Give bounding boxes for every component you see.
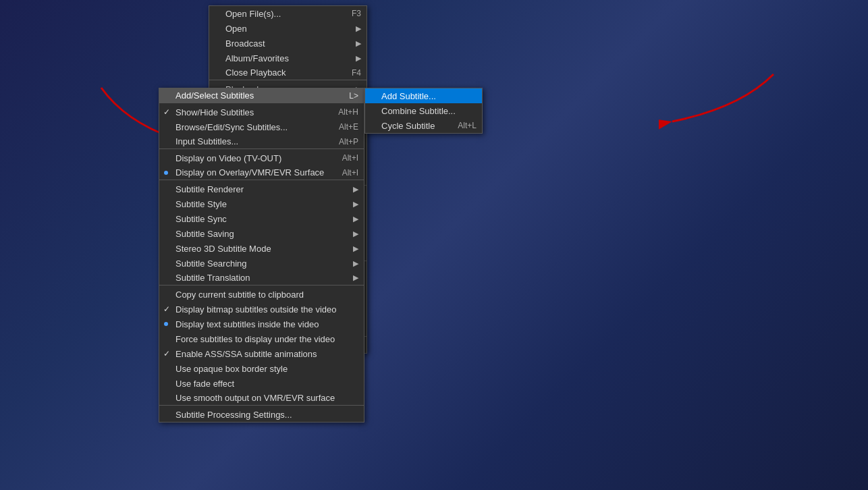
submenu-item-show-hide[interactable]: ✓ Show/Hide Subtitles Alt+H: [159, 105, 364, 119]
submenu-arrow: ▶: [353, 273, 358, 282]
addselect-item-cycle-subtitle[interactable]: Cycle Subtitle Alt+L: [365, 118, 482, 133]
check-icon: ✓: [163, 349, 170, 358]
submenu-item-display-on-video[interactable]: Display on Video (TV-OUT) Alt+I: [159, 151, 364, 165]
submenu-item-display-text-inside[interactable]: Display text subtitles inside the video: [159, 317, 364, 331]
submenu-arrow: ▶: [353, 259, 358, 268]
background: [0, 0, 868, 490]
subtitles-submenu: Add/Select Subtitles L> ✓ Show/Hide Subt…: [159, 88, 364, 423]
submenu-item-stereo-3d[interactable]: Stereo 3D Subtitle Mode ▶: [159, 241, 364, 256]
menu-item-open-files[interactable]: Open File(s)... F3: [209, 6, 367, 21]
addselect-submenu: Add Subtitle... Combine Subtitle... Cycl…: [364, 88, 483, 134]
menu-item-album-favorites[interactable]: Album/Favorites ▶: [209, 51, 367, 65]
submenu-item-subtitle-renderer[interactable]: Subtitle Renderer ▶: [159, 182, 364, 196]
submenu-item-add-select-subtitles[interactable]: Add/Select Subtitles L>: [159, 88, 364, 103]
submenu-arrow: ▶: [353, 185, 358, 194]
submenu-item-opaque-box[interactable]: Use opaque box border style: [159, 361, 364, 376]
submenu-item-copy-subtitle[interactable]: Copy current subtitle to clipboard: [159, 287, 364, 302]
submenu-item-smooth-output[interactable]: Use smooth output on VMR/EVR surface: [159, 391, 364, 406]
submenu-item-subtitle-processing[interactable]: Subtitle Processing Settings...: [159, 407, 364, 422]
menu-item-broadcast[interactable]: Broadcast ▶: [209, 36, 367, 51]
submenu-arrow: ▶: [356, 24, 361, 33]
submenu-arrow: ▶: [356, 39, 361, 48]
submenu-arrow: ▶: [353, 244, 358, 253]
addselect-item-combine-subtitle[interactable]: Combine Subtitle...: [365, 103, 482, 118]
submenu-item-input-subtitles[interactable]: Input Subtitles... Alt+P: [159, 134, 364, 149]
menu-item-close-playback[interactable]: Close Playback F4: [209, 65, 367, 80]
dot-icon: [164, 171, 168, 175]
submenu-item-subtitle-sync[interactable]: Subtitle Sync ▶: [159, 211, 364, 226]
dot-icon: [164, 322, 168, 326]
check-icon: ✓: [163, 107, 170, 117]
submenu-item-display-bitmap[interactable]: ✓ Display bitmap subtitles outside the v…: [159, 302, 364, 317]
menu-item-open[interactable]: Open ▶: [209, 21, 367, 36]
submenu-item-force-display-under[interactable]: Force subtitles to display under the vid…: [159, 331, 364, 346]
addselect-item-add-subtitle[interactable]: Add Subtitle...: [365, 88, 482, 103]
submenu-arrow: ▶: [353, 229, 358, 238]
submenu-arrow: ▶: [356, 54, 361, 63]
submenu-item-subtitle-saving[interactable]: Subtitle Saving ▶: [159, 226, 364, 241]
submenu-item-browse-edit-sync[interactable]: Browse/Edit/Sync Subtitles... Alt+E: [159, 119, 364, 134]
submenu-item-subtitle-style[interactable]: Subtitle Style ▶: [159, 196, 364, 211]
submenu-arrow: ▶: [353, 200, 358, 209]
submenu-arrow: ▶: [353, 215, 358, 223]
submenu-item-subtitle-searching[interactable]: Subtitle Searching ▶: [159, 256, 364, 271]
submenu-item-fade-effect[interactable]: Use fade effect: [159, 376, 364, 391]
check-icon: ✓: [163, 304, 170, 314]
submenu-item-subtitle-translation[interactable]: Subtitle Translation ▶: [159, 271, 364, 285]
submenu-item-display-on-overlay[interactable]: Display on Overlay/VMR/EVR Surface Alt+I: [159, 165, 364, 180]
submenu-item-enable-ass-ssa[interactable]: ✓ Enable ASS/SSA subtitle animations: [159, 346, 364, 361]
